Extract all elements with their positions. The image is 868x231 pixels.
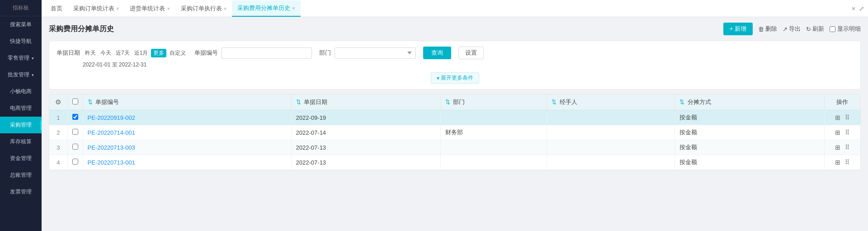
close-all-tabs-button[interactable]: × [852,5,855,12]
table-header-row: ⚙ ⇅ 单据编号 ⇅ 单据日期 [49,94,860,110]
delete-button[interactable]: 🗑 删除 [758,25,777,33]
row-doc-no-3: PE-20220713-003 [83,140,291,155]
sort-icon: ⇅ [296,99,301,105]
row-select-input-2[interactable] [72,129,78,135]
last1month-shortcut[interactable]: 近1月 [133,49,150,57]
col-split-method-header[interactable]: ⇅ 分摊方式 [675,94,824,110]
page-title: 采购费用分摊单历史 [49,24,114,34]
more-icon-4[interactable]: ⠿ [845,159,849,166]
tab-close-purchase-order-stat[interactable]: × [116,6,119,11]
more-icon-3[interactable]: ⠿ [845,144,849,151]
sidebar-item-wholesale[interactable]: 批发管理 ▾ [0,66,42,83]
tab-close-purchase-order-exec[interactable]: × [224,6,226,11]
tab-home[interactable]: 首页 [45,1,68,16]
col-dept-header[interactable]: ⇅ 部门 [440,94,547,110]
table-row: 1 PE-20220919-002 2022-09-19 按金额 ⊞ ⠿ [49,110,860,125]
sidebar-item-finance[interactable]: 资金管理 [0,150,42,167]
row-select-input-4[interactable] [72,159,78,165]
last7days-shortcut[interactable]: 近7天 [114,49,131,57]
tab-close-purchase-cost-history[interactable]: × [292,5,295,11]
doc-no-field: 单据编号 [194,47,312,59]
sort-icon: ⇅ [445,99,450,105]
tab-purchase-order-stat[interactable]: 采购订单统计表 × [68,1,124,16]
view-icon-1[interactable]: ⊞ [835,114,840,121]
refresh-button[interactable]: ↻ 刷新 [806,25,824,33]
row-select-input-1[interactable] [72,114,78,120]
view-icon-4[interactable]: ⊞ [835,159,840,166]
toolbar: + 新增 🗑 删除 ↗ 导出 ↻ 刷新 显示明细 [723,23,861,35]
table-row: 4 PE-20220713-001 2022-07-13 按金额 ⊞ ⠿ [49,155,860,170]
row-doc-no-4: PE-20220713-001 [83,155,291,170]
yesterday-shortcut[interactable]: 昨天 [84,49,97,57]
sidebar-item-ecommerce-mgmt[interactable]: 电商管理 [0,100,42,117]
row-actions-2: ⊞ ⠿ [824,125,860,140]
col-doc-date-header[interactable]: ⇅ 单据日期 [291,94,440,110]
settings-button[interactable]: 设置 [458,47,484,59]
doc-no-link-3[interactable]: PE-20220713-003 [88,144,136,151]
doc-no-link-2[interactable]: PE-20220714-001 [88,129,136,136]
more-icon-2[interactable]: ⠿ [845,129,849,136]
tab-purchase-order-exec[interactable]: 采购订单执行表 × [175,1,232,16]
row-split-method-2: 按金额 [675,125,824,140]
export-button[interactable]: ↗ 导出 [783,25,801,33]
dept-select[interactable]: 财务部 [335,47,416,59]
query-button[interactable]: 查询 [423,47,451,59]
doc-no-input[interactable] [222,47,312,59]
row-checkbox-3[interactable] [67,140,83,155]
more-icon-1[interactable]: ⠿ [845,114,849,121]
add-button[interactable]: + 新增 [723,23,753,35]
sidebar-item-quick-nav[interactable]: 快捷导航 [0,33,42,50]
chevron-down-icon: ▾ [437,75,439,81]
row-checkbox-1[interactable] [67,110,83,125]
chevron-down-icon: ▾ [32,56,34,61]
sidebar-item-search-menu[interactable]: 搜索菜单 [0,16,42,33]
col-doc-no-header[interactable]: ⇅ 单据编号 [83,94,291,110]
row-split-method-4: 按金额 [675,155,824,170]
show-columns-input[interactable] [830,26,835,32]
select-all-checkbox[interactable] [72,99,78,104]
tab-bar: 首页 采购订单统计表 × 进货单统计表 × 采购订单执行表 × 采购费用分摊单历… [42,0,868,17]
row-dept-1 [440,110,547,125]
col-handler-header[interactable]: ⇅ 经手人 [547,94,675,110]
row-index-2: 2 [49,125,67,140]
expand-window-button[interactable]: ⤢ [859,5,864,12]
chevron-down-icon: ▾ [32,73,34,77]
expand-conditions-button[interactable]: ▾ 展开更多条件 [431,72,479,84]
doc-no-link-1[interactable]: PE-20220919-002 [88,114,136,121]
sidebar-item-inventory[interactable]: 库存核算 [0,133,42,150]
doc-no-link-4[interactable]: PE-20220713-001 [88,159,136,166]
row-doc-no-2: PE-20220714-001 [83,125,291,140]
expand-row: ▾ 展开更多条件 [57,72,853,84]
sidebar: 指标板 搜索菜单 快捷导航 零售管理 ▾ 批发管理 ▾ 小畅电商 电商管理 采购… [0,0,42,231]
sidebar-item-ecommerce-small[interactable]: 小畅电商 [0,83,42,100]
sidebar-item-purchase[interactable]: 采购管理 [0,117,42,133]
view-icon-2[interactable]: ⊞ [835,129,840,136]
row-doc-no-1: PE-20220919-002 [83,110,291,125]
tab-incoming-stat[interactable]: 进货单统计表 × [124,1,175,16]
sidebar-item-invoice[interactable]: 发票管理 [0,184,42,200]
table-body: 1 PE-20220919-002 2022-09-19 按金额 ⊞ ⠿ 2 P… [49,110,860,170]
more-shortcuts-button[interactable]: 更多 [151,49,166,57]
col-actions-header: 操作 [824,94,860,110]
data-table: ⚙ ⇅ 单据编号 ⇅ 单据日期 [49,94,860,170]
row-actions-4: ⊞ ⠿ [824,155,860,170]
tab-purchase-cost-history[interactable]: 采购费用分摊单历史 × [232,0,300,17]
search-panel: 单据日期 昨天 今天 近7天 近1月 更多 自定义 单据编号 [49,41,861,90]
row-index-4: 4 [49,155,67,170]
sidebar-item-ledger[interactable]: 总账管理 [0,167,42,184]
col-checkbox-header[interactable] [67,94,83,110]
view-icon-3[interactable]: ⊞ [835,144,840,151]
row-checkbox-4[interactable] [67,155,83,170]
row-checkbox-2[interactable] [67,125,83,140]
tab-close-incoming-stat[interactable]: × [167,6,170,11]
row-index-3: 3 [49,140,67,155]
today-shortcut[interactable]: 今天 [99,49,113,57]
sidebar-item-retail[interactable]: 零售管理 ▾ [0,50,42,66]
refresh-icon: ↻ [806,26,811,33]
show-columns-checkbox[interactable]: 显示明细 [830,25,861,33]
row-handler-3 [547,140,675,155]
column-settings-icon[interactable]: ⚙ [55,98,61,106]
custom-shortcut[interactable]: 自定义 [168,49,187,57]
col-settings-header[interactable]: ⚙ [49,94,67,110]
row-select-input-3[interactable] [72,144,78,150]
